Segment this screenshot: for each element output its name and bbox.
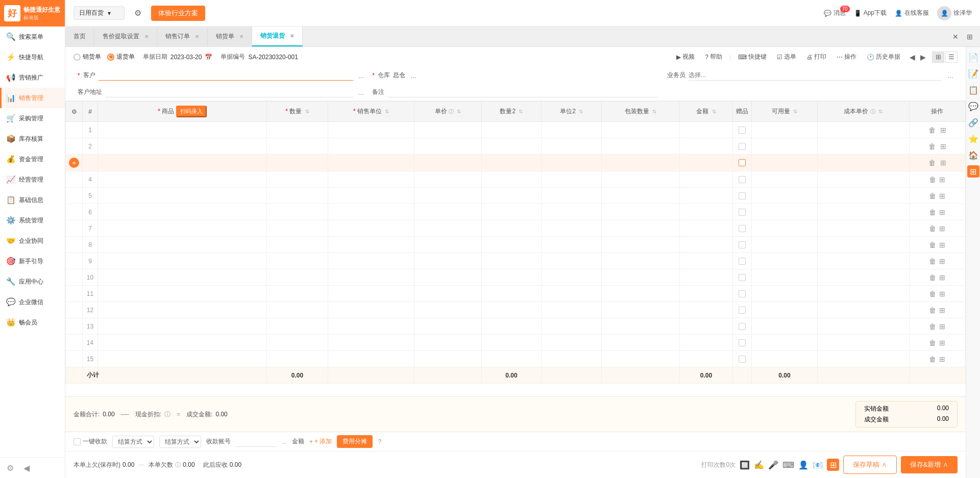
print-btn[interactable]: 🖨 打印 bbox=[803, 51, 829, 63]
tab-sale-delivery[interactable]: 销货单 ✕ bbox=[208, 27, 252, 46]
copy-row-13-btn[interactable]: ⊞ bbox=[939, 322, 945, 331]
sidebar-item-cooperation[interactable]: 🤝 企业协同 bbox=[0, 231, 65, 251]
next-record-btn[interactable]: ▶ bbox=[918, 52, 928, 62]
delete-row-13-btn[interactable]: 🗑 bbox=[929, 322, 936, 331]
radio-sale-delivery[interactable]: 销货单 bbox=[74, 53, 101, 61]
gift-checkbox-9[interactable] bbox=[739, 258, 746, 265]
tab-home[interactable]: 首页 bbox=[65, 27, 94, 46]
address-select-btn[interactable]: ... bbox=[358, 88, 364, 96]
video-btn[interactable]: ▶ 视频 bbox=[673, 51, 698, 63]
summary-method-select[interactable]: 结算方式 bbox=[159, 436, 201, 448]
message-button[interactable]: 💬 消息 70 bbox=[824, 9, 846, 17]
gift-checkbox-5[interactable] bbox=[739, 192, 746, 199]
sort-unit2-icon[interactable]: ⇅ bbox=[579, 109, 583, 114]
sort-cost-price-icon[interactable]: ⇅ bbox=[878, 109, 883, 114]
gift-checkbox-4[interactable] bbox=[739, 176, 746, 183]
sidebar-item-sales[interactable]: 📊 销售管理 bbox=[0, 88, 65, 108]
gift-checkbox-14[interactable] bbox=[739, 339, 746, 346]
right-panel-link-icon[interactable]: 🔗 bbox=[967, 116, 979, 129]
payment-checkbox[interactable] bbox=[74, 438, 81, 445]
footer-icon-2[interactable]: ✍ bbox=[754, 460, 764, 470]
right-panel-active-icon[interactable]: ⊞ bbox=[967, 165, 979, 178]
copy-row-10-btn[interactable]: ⊞ bbox=[939, 273, 945, 282]
settings-icon[interactable]: ⚙ bbox=[4, 462, 16, 474]
sort-amount-icon[interactable]: ⇅ bbox=[712, 109, 716, 114]
add-row-button[interactable]: + bbox=[69, 158, 79, 168]
gift-checkbox-15[interactable] bbox=[739, 356, 746, 363]
copy-row-9-btn[interactable]: ⊞ bbox=[939, 257, 945, 265]
tab-close-sale-price[interactable]: ✕ bbox=[144, 34, 149, 39]
operate-btn[interactable]: ⋯ 操作 bbox=[834, 51, 860, 63]
account-select-dots[interactable]: ... bbox=[282, 438, 287, 445]
delete-row-1-btn[interactable]: 🗑 bbox=[928, 126, 936, 134]
gift-checkbox-7[interactable] bbox=[739, 225, 746, 232]
sidebar-item-app-center[interactable]: 🔧 应用中心 bbox=[0, 271, 65, 292]
one-key-payment-checkbox[interactable]: 一键收款 bbox=[74, 437, 107, 446]
industry-select[interactable]: 日用百货 ▾ bbox=[74, 6, 125, 20]
tab-sale-return[interactable]: 销货退货 ✕ bbox=[252, 27, 303, 46]
sort-unit-price-icon[interactable]: ⇅ bbox=[457, 109, 461, 114]
calendar-icon[interactable]: 📅 bbox=[205, 54, 212, 61]
sort-quantity-icon[interactable]: ⇅ bbox=[305, 109, 309, 114]
sort-qty2-icon[interactable]: ⇅ bbox=[519, 109, 523, 114]
remark-input[interactable] bbox=[387, 87, 658, 97]
sidebar-item-purchase[interactable]: 🛒 采购管理 bbox=[0, 108, 65, 129]
warehouse-select-btn[interactable]: ... bbox=[410, 71, 416, 80]
account-number-input[interactable] bbox=[236, 436, 277, 447]
tab-close-sale-return[interactable]: ✕ bbox=[290, 33, 294, 39]
sidebar-item-inventory[interactable]: 📦 库存核算 bbox=[0, 129, 65, 149]
collapse-icon[interactable]: ◀ bbox=[20, 462, 33, 474]
copy-row-6-btn[interactable]: ⊞ bbox=[939, 208, 945, 216]
gift-checkbox-10[interactable] bbox=[739, 274, 746, 281]
footer-icon-4[interactable]: ⌨ bbox=[782, 460, 794, 470]
address-input[interactable] bbox=[105, 87, 353, 97]
history-btn[interactable]: 🕐 历史单据 bbox=[864, 51, 903, 63]
right-panel-clipboard-icon[interactable]: 📋 bbox=[967, 84, 979, 96]
app-download-button[interactable]: 📱 App下载 bbox=[854, 9, 887, 17]
radio-return[interactable]: 退货单 bbox=[107, 53, 135, 61]
gift-checkbox-1[interactable] bbox=[739, 127, 746, 134]
product-input-3[interactable] bbox=[101, 159, 263, 166]
sidebar-item-operation[interactable]: 📈 经营管理 bbox=[0, 169, 65, 190]
delete-row-15-btn[interactable]: 🗑 bbox=[929, 355, 936, 363]
tab-sale-order[interactable]: 销售订单 ✕ bbox=[157, 27, 208, 46]
grid-view-btn[interactable]: ⊞ bbox=[932, 52, 944, 63]
save-draft-button[interactable]: 保存草稿 ∧ bbox=[843, 456, 897, 474]
sort-sale-unit-icon[interactable]: ⇅ bbox=[385, 109, 389, 114]
save-new-button[interactable]: 保存&新增 ∧ bbox=[901, 456, 958, 473]
delete-row-7-btn[interactable]: 🗑 bbox=[929, 224, 936, 233]
prev-record-btn[interactable]: ◀ bbox=[908, 52, 917, 62]
gift-checkbox-12[interactable] bbox=[739, 307, 746, 314]
copy-row-5-btn[interactable]: ⊞ bbox=[939, 192, 945, 200]
gift-checkbox-2[interactable] bbox=[739, 143, 746, 150]
sort-pkg-qty-icon[interactable]: ⇅ bbox=[652, 109, 656, 114]
tab-sale-price[interactable]: 售价提取设置 ✕ bbox=[94, 27, 157, 46]
sidebar-item-newbie[interactable]: 🎯 新手引导 bbox=[0, 251, 65, 271]
delete-row-2-btn[interactable]: 🗑 bbox=[928, 142, 936, 150]
copy-row-14-btn[interactable]: ⊞ bbox=[939, 339, 945, 347]
delete-row-14-btn[interactable]: 🗑 bbox=[929, 339, 936, 347]
expense-split-button[interactable]: 费用分摊 bbox=[337, 435, 373, 448]
expense-split-help-icon[interactable]: ? bbox=[378, 438, 381, 445]
tab-close-sale-delivery[interactable]: ✕ bbox=[239, 34, 243, 39]
settlement-method-select[interactable]: 结算方式 bbox=[112, 436, 154, 448]
footer-icon-7[interactable]: ⊞ bbox=[827, 459, 839, 471]
sidebar-item-base-info[interactable]: 📋 基础信息 bbox=[0, 190, 65, 210]
right-panel-star-icon[interactable]: ⭐ bbox=[967, 133, 979, 145]
footer-icon-6[interactable]: 📧 bbox=[813, 460, 823, 470]
cash-discount-info-icon[interactable]: ⓘ bbox=[164, 410, 170, 419]
right-panel-chat-icon[interactable]: 💬 bbox=[967, 100, 979, 112]
tab-close-sale-order[interactable]: ✕ bbox=[195, 34, 199, 39]
gift-checkbox-3[interactable] bbox=[739, 159, 746, 166]
footer-icon-1[interactable]: 🔲 bbox=[740, 460, 750, 470]
delete-row-4-btn[interactable]: 🗑 bbox=[929, 175, 936, 184]
customer-input[interactable] bbox=[99, 70, 353, 81]
copy-row-11-btn[interactable]: ⊞ bbox=[939, 290, 945, 298]
delete-row-11-btn[interactable]: 🗑 bbox=[929, 290, 936, 298]
copy-row-12-btn[interactable]: ⊞ bbox=[939, 306, 945, 314]
gift-checkbox-8[interactable] bbox=[739, 241, 746, 248]
delete-row-12-btn[interactable]: 🗑 bbox=[929, 306, 936, 314]
salesperson-select-btn[interactable]: ... bbox=[947, 71, 953, 80]
shortcut-btn[interactable]: ⌨ 快捷键 bbox=[735, 51, 770, 63]
right-panel-doc-icon[interactable]: 📄 bbox=[967, 51, 979, 63]
